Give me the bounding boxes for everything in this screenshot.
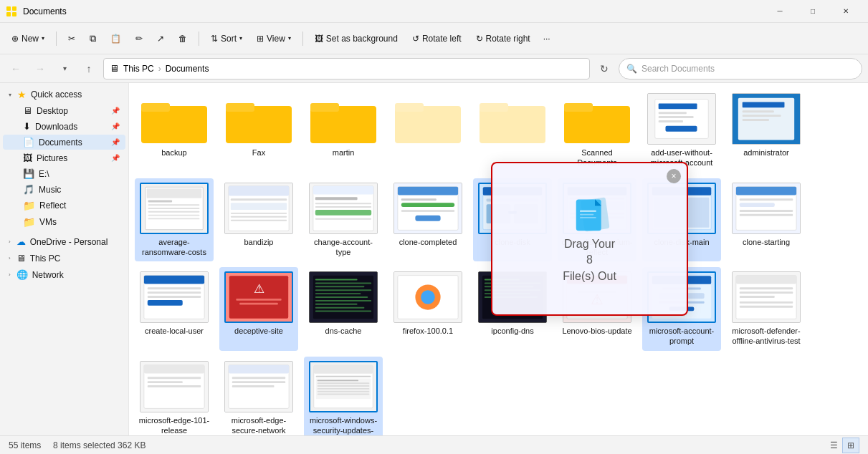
onedrive-chevron-icon: › [9, 238, 11, 245]
svg-rect-50 [315, 203, 371, 204]
rotate-right-icon: ↻ [476, 34, 483, 44]
rename-icon: ✏ [135, 34, 143, 44]
close-button[interactable]: ✕ [829, 0, 862, 23]
svg-rect-97 [236, 299, 281, 301]
more-button[interactable]: ··· [539, 30, 555, 47]
setbg-button[interactable]: 🖼 Set as background [309, 30, 404, 47]
svg-rect-13 [480, 103, 508, 112]
file-thumbnail [140, 271, 209, 323]
svg-rect-107 [315, 300, 371, 301]
paste-button[interactable]: 📋 [105, 30, 127, 47]
sidebar-item-vms[interactable]: 📁 VMs [3, 214, 125, 230]
up-button[interactable]: ↑ [79, 59, 99, 79]
file-item-change-account[interactable]: change-account-type [304, 178, 383, 262]
file-item-martin[interactable]: martin [304, 89, 383, 173]
drag-overlay[interactable]: × Drag Your 8 F [491, 162, 688, 316]
svg-rect-153 [232, 381, 285, 383]
svg-rect-42 [231, 203, 287, 210]
file-item-add-user[interactable]: add-user-without-microsoft-account [642, 89, 721, 173]
sort-button[interactable]: ⇅ Sort ▾ [205, 30, 248, 47]
sidebar-item-music[interactable]: 🎵 Music [3, 182, 125, 197]
delete-button[interactable]: 🗑 [173, 30, 193, 47]
svg-rect-44 [231, 216, 287, 217]
folder-icon [563, 93, 631, 145]
downloads-icon: ⬇ [23, 121, 31, 132]
list-view-button[interactable]: ☰ [825, 438, 842, 453]
file-area[interactable]: backup Fax martin [129, 83, 868, 435]
file-thumbnail [224, 183, 293, 234]
copy-button[interactable]: ⧉ [84, 29, 102, 48]
sidebar-item-quick-access[interactable]: ▾ ★ Quick access [3, 87, 125, 102]
titlebar-controls: ─ □ ✕ [763, 0, 862, 23]
file-item-ms-edge-101[interactable]: microsoft-edge-101-release [135, 357, 214, 435]
file-item-create-local-user[interactable]: create-local-user [135, 267, 214, 351]
sidebar-item-reflect[interactable]: 📁 Reflect [3, 198, 125, 213]
svg-rect-108 [315, 304, 358, 305]
file-item-backup[interactable]: backup [135, 89, 214, 173]
file-thumbnail [732, 183, 801, 234]
sidebar-item-thispc[interactable]: › 🖥 This PC [3, 251, 125, 266]
svg-rect-9 [310, 103, 339, 112]
sidebar-item-network[interactable]: › 🌐 Network [3, 267, 125, 282]
file-name: Fax [252, 148, 265, 158]
cut-icon: ✂ [68, 34, 75, 44]
cut-button[interactable]: ✂ [62, 30, 81, 47]
view-button[interactable]: ⊞ View ▾ [251, 30, 297, 47]
file-item-deceptive-site[interactable]: ⚠ deceptive-site [219, 267, 298, 351]
refresh-button[interactable]: ↻ [594, 59, 614, 79]
rename-button[interactable]: ✏ [130, 30, 148, 47]
file-item-clone-completed[interactable]: clone-completed [388, 178, 467, 262]
sidebar-item-edrive[interactable]: 💾 E:\ [3, 166, 125, 181]
minimize-button[interactable]: ─ [763, 0, 796, 23]
quick-access-star-icon: ★ [17, 89, 27, 100]
sidebar-item-downloads[interactable]: ⬇ Downloads 📌 [3, 119, 125, 134]
file-item-administrator[interactable]: administrator [727, 89, 806, 173]
file-item-folder4[interactable] [388, 89, 467, 173]
sidebar-item-pictures[interactable]: 🖼 Pictures 📌 [3, 150, 125, 165]
file-item-bandizip[interactable]: bandizip [219, 178, 298, 262]
svg-rect-158 [316, 375, 371, 377]
share-button[interactable]: ↗ [151, 30, 170, 47]
file-item-clone-starting[interactable]: clone-starting [727, 178, 806, 262]
maximize-button[interactable]: □ [796, 0, 829, 23]
svg-point-114 [421, 290, 435, 304]
file-item-firefox[interactable]: firefox-100.0.1 [388, 267, 467, 351]
svg-rect-21 [659, 120, 683, 122]
toolbar-separator-1 [56, 32, 57, 46]
search-box[interactable]: 🔍 Search Documents [619, 58, 862, 79]
file-item-ms-windows-security[interactable]: microsoft-windows-security-updates-may-2… [304, 357, 383, 435]
file-item-scanned[interactable]: Scanned Documents [558, 89, 636, 173]
address-sep-1: › [158, 64, 161, 74]
network-icon: 🌐 [16, 269, 28, 280]
file-item-ms-defender[interactable]: microsoft-defender-offline-antivirus-tes… [727, 267, 806, 351]
svg-rect-52 [315, 210, 371, 216]
svg-rect-19 [659, 112, 687, 114]
drive-icon: 💾 [23, 168, 34, 179]
file-name: deceptive-site [234, 326, 283, 336]
address-box[interactable]: 🖥 This PC › Documents [103, 58, 590, 79]
drag-text: Drag Your 8 File(s) Out [563, 236, 616, 284]
file-item-ms-edge-secure[interactable]: microsoft-edge-secure-network [219, 357, 298, 435]
rotate-right-button[interactable]: ↻ Rotate right [470, 30, 536, 47]
file-item-average-ransomware[interactable]: average-ransomware-costs [135, 178, 214, 262]
file-thumbnail [309, 361, 378, 412]
file-item-fax[interactable]: Fax [219, 89, 298, 173]
sidebar-item-label: OneDrive - Personal [30, 237, 108, 247]
grid-view-button[interactable]: ⊞ [842, 438, 859, 453]
new-button[interactable]: ⊕ New ▾ [6, 30, 50, 47]
sidebar-item-documents[interactable]: 📄 Documents 📌 [3, 135, 125, 150]
folder-icon [140, 93, 209, 145]
back-button[interactable]: ← [6, 59, 26, 79]
drag-close-button[interactable]: × [667, 169, 681, 183]
svg-rect-11 [395, 103, 424, 112]
folder-icon [394, 93, 462, 145]
rotate-left-button[interactable]: ↺ Rotate left [406, 30, 467, 47]
recent-button[interactable]: ▾ [54, 59, 75, 79]
rotate-left-icon: ↺ [412, 34, 419, 44]
sidebar-item-desktop[interactable]: 🖥 Desktop 📌 [3, 103, 125, 118]
svg-rect-89 [144, 276, 204, 284]
sidebar-item-onedrive[interactable]: › ☁ OneDrive - Personal [3, 234, 125, 249]
forward-button[interactable]: → [30, 59, 50, 79]
file-item-dns-cache[interactable]: dns-cache [304, 267, 383, 351]
file-item-folder5[interactable] [473, 89, 552, 173]
